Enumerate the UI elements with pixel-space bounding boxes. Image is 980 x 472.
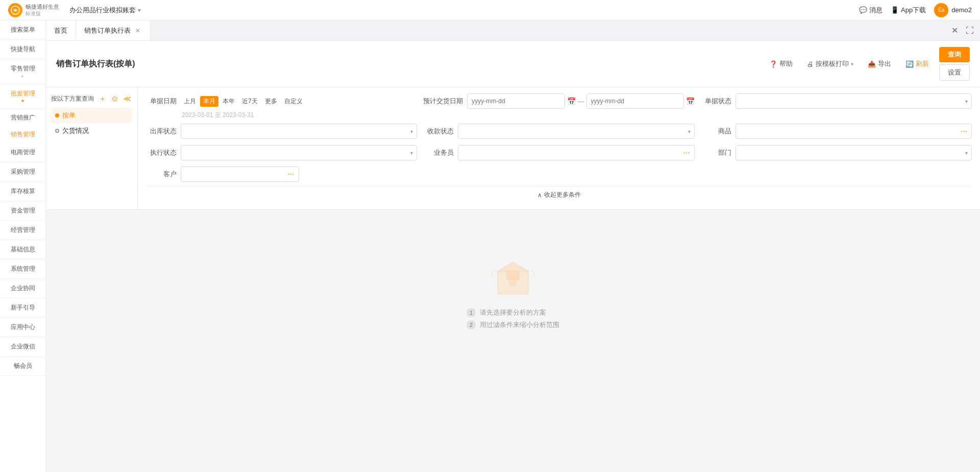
sidebar-item-member[interactable]: 畅会员 (0, 357, 45, 376)
tip-text-1: 请先选择要分析的方案 (480, 308, 546, 317)
add-scheme-button[interactable]: + (97, 93, 108, 104)
tab-home[interactable]: 首页 (46, 20, 76, 40)
message-icon: 💬 (859, 6, 867, 14)
salesperson-input[interactable] (458, 145, 679, 160)
sidebar-sub-item-marketing[interactable]: 营销推广 (0, 109, 45, 126)
collapse-bar[interactable]: ∧ 收起更多条件 (146, 186, 972, 203)
date-range-hint: 2023-03-01 至 2023-03-31 (182, 111, 972, 120)
help-icon: ❓ (769, 60, 777, 68)
tip-num-1: 1 (467, 308, 476, 317)
app-logo-icon (8, 3, 22, 17)
expected-delivery-start-input[interactable] (467, 93, 565, 109)
sidebar-item-fund-mgmt[interactable]: 资金管理 (0, 201, 45, 221)
customer-control: ··· (181, 167, 299, 182)
sidebar-item-operation-mgmt[interactable]: 经营管理 (0, 221, 45, 240)
calendar-start-icon[interactable]: 📅 (567, 97, 576, 105)
app-download-button[interactable]: 📱 App下载 (891, 6, 926, 15)
print-icon: 🖨 (807, 60, 814, 68)
sidebar-item-system-mgmt[interactable]: 系统管理 (0, 259, 45, 279)
exec-status-select[interactable] (181, 145, 417, 160)
date-quick-buttons: 上月 本月 本年 近7天 更多 自定义 (181, 96, 306, 107)
filter-row-2: 出库状态 ▾ 收款状态 (146, 124, 972, 139)
query-button[interactable]: 查询 (939, 47, 970, 62)
sidebar-item-search-menu[interactable]: 搜索菜单 (0, 20, 45, 40)
date-btn-last-month[interactable]: 上月 (181, 96, 199, 107)
sidebar-item-retail-mgmt[interactable]: 零售管理 ▸ (0, 59, 45, 84)
refresh-button[interactable]: 🔄 刷新 (901, 57, 933, 70)
customer-dots-icon[interactable]: ··· (284, 167, 299, 182)
sidebar-item-ecommerce-mgmt[interactable]: 电商管理 (0, 143, 45, 162)
page-header-actions: ❓ 帮助 🖨 按模板打印 ▾ 📤 导出 🔄 刷新 (765, 47, 970, 81)
workspace-dropdown-icon[interactable]: ▾ (138, 7, 141, 14)
department-label: 部门 (701, 148, 731, 157)
print-button[interactable]: 🖨 按模板打印 ▾ (803, 57, 857, 70)
payment-status-select[interactable] (458, 124, 694, 139)
scheme-header: 按以下方案查询 + ⊙ ≪ (51, 93, 132, 104)
tip-text-2: 用过滤条件来缩小分析范围 (480, 320, 559, 329)
system-mgmt-label: 系统管理 (11, 265, 35, 273)
sidebar-item-enterprise-wechat[interactable]: 企业微信 (0, 337, 45, 357)
salesperson-dots-icon[interactable]: ··· (679, 145, 694, 160)
exec-status-control: ▾ (181, 145, 417, 160)
sidebar-item-new-user-guide[interactable]: 新手引导 (0, 298, 45, 318)
tab-expand-button[interactable]: ⛶ (964, 25, 976, 37)
delivery-status-label: 出库状态 (146, 127, 177, 136)
header-center: 办公用品行业模拟账套 ▾ (59, 6, 859, 15)
basic-info-label: 基础信息 (11, 245, 35, 254)
scheme-item-按单[interactable]: 按单 (51, 108, 132, 123)
settings-button[interactable]: 设置 (939, 64, 970, 81)
date-btn-more[interactable]: 更多 (262, 96, 280, 107)
goods-input[interactable] (736, 124, 957, 139)
new-user-guide-label: 新手引导 (11, 303, 35, 312)
customer-input[interactable] (181, 167, 284, 182)
scheme-settings-button[interactable]: ⊙ (110, 93, 120, 104)
empty-illustration: ? (487, 251, 538, 302)
goods-dots-icon[interactable]: ··· (957, 124, 972, 139)
sales-mgmt-label: 销售管理 (11, 130, 35, 139)
add-scheme-icon: + (101, 95, 105, 103)
date-btn-this-year[interactable]: 本年 (219, 96, 238, 107)
sidebar-item-purchase-mgmt[interactable]: 采购管理 (0, 162, 45, 182)
marketing-label: 营销推广 (11, 113, 35, 122)
date-btn-this-month[interactable]: 本月 (200, 96, 218, 107)
sidebar-item-enterprise-collab[interactable]: 企业协同 (0, 279, 45, 298)
top-header: 畅捷通好生意 标准版 办公用品行业模拟账套 ▾ 💬 消息 📱 App下载 Ea … (0, 0, 980, 20)
sidebar-item-basic-info[interactable]: 基础信息 (0, 240, 45, 259)
tab-close-icon[interactable]: ✕ (134, 27, 142, 35)
message-button[interactable]: 💬 消息 (859, 6, 883, 15)
scheme-label-欠货情况: 欠货情况 (62, 126, 89, 135)
filter-row-3: 执行状态 ▾ 业务员 (146, 145, 972, 160)
sidebar-item-app-center[interactable]: 应用中心 (0, 318, 45, 337)
svg-rect-3 (507, 271, 519, 279)
logo-area: 畅捷通好生意 标准版 (8, 3, 59, 17)
department-select[interactable] (736, 145, 972, 160)
sidebar-item-quick-nav[interactable]: 快捷导航 (0, 40, 45, 59)
help-button[interactable]: ❓ 帮助 (765, 57, 797, 70)
retail-mgmt-label: 零售管理 (11, 64, 35, 73)
tab-sales-order-exec[interactable]: 销售订单执行表 ✕ (76, 20, 151, 40)
sidebar-item-wholesale-mgmt[interactable]: 批发管理 ▾ (0, 84, 45, 109)
sidebar-item-inventory-calc[interactable]: 库存核算 (0, 182, 45, 201)
export-button[interactable]: 📤 导出 (864, 57, 895, 70)
page-title: 销售订单执行表(按单) (56, 59, 135, 69)
scheme-item-欠货情况[interactable]: 欠货情况 (51, 123, 132, 138)
delivery-status-select[interactable] (181, 124, 417, 139)
tip-num-2: 2 (467, 320, 476, 329)
tab-close-all-button[interactable]: ✕ (948, 25, 961, 37)
date-btn-custom[interactable]: 自定义 (281, 96, 306, 107)
export-label: 导出 (878, 59, 891, 68)
scheme-dot-欠货情况 (55, 129, 59, 133)
calendar-end-icon[interactable]: 📅 (686, 97, 695, 105)
retail-mgmt-arrow: ▸ (21, 73, 24, 79)
message-label: 消息 (869, 6, 883, 15)
date-btn-last-7-days[interactable]: 近7天 (239, 96, 261, 107)
sidebar-sub-item-sales-mgmt[interactable]: 销售管理 (0, 126, 45, 143)
collapse-bar-icon: ∧ (537, 192, 542, 199)
filter-panel: 按以下方案查询 + ⊙ ≪ (46, 87, 980, 210)
scheme-collapse-button[interactable]: ≪ (122, 93, 132, 104)
doc-status-select[interactable] (736, 93, 972, 109)
scheme-collapse-icon: ≪ (124, 95, 131, 103)
user-info[interactable]: Ea demo2 (934, 3, 972, 17)
expected-delivery-end-input[interactable] (586, 93, 684, 109)
avatar-text: Ea (938, 7, 944, 13)
